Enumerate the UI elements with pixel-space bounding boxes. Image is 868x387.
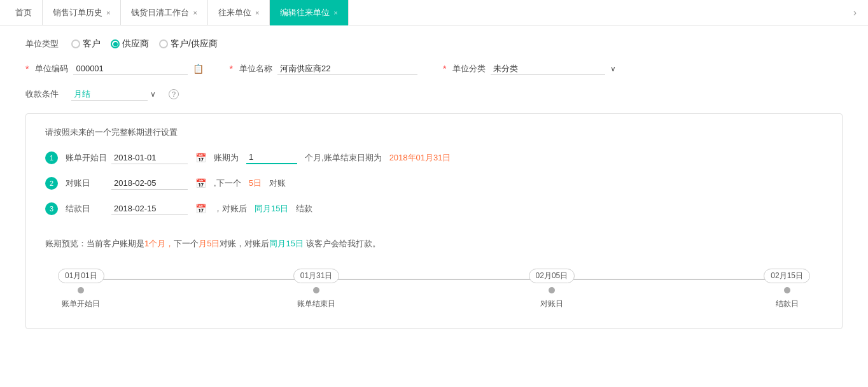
unit-code-star: * [25, 64, 29, 74]
unit-code-input[interactable] [73, 62, 188, 75]
unit-category-label: 单位分类 [452, 63, 486, 74]
timeline-point-label-2: 账单结束日 [297, 299, 335, 309]
reconcile-suffix-prefix: ,下一个 [214, 178, 241, 189]
payment-date-input[interactable] [111, 202, 188, 215]
unit-category-star: * [443, 64, 446, 74]
timeline-label-3: 02月05日 [529, 269, 575, 283]
radio-supplier-circle [111, 39, 120, 48]
preview-suffix: 该客户会给我打款。 [306, 239, 381, 248]
unit-category-chevron-icon[interactable]: ∨ [610, 64, 616, 73]
period-start-calendar-icon[interactable]: 📅 [195, 153, 206, 163]
unit-type-row: 单位类型 客户 供应商 客户/供应商 [25, 38, 843, 50]
unit-name-label: 单位名称 [239, 63, 272, 74]
period-row-3-number: 3 [45, 202, 58, 215]
unit-name-star: * [229, 64, 232, 74]
unit-category-input[interactable] [491, 62, 605, 75]
tab-expand-button[interactable]: › [847, 7, 863, 18]
unit-type-radio-group: 客户 供应商 客户/供应商 [71, 38, 218, 50]
period-row-1-number: 1 [45, 151, 58, 164]
reconcile-date-input[interactable] [111, 177, 188, 190]
payment-suffix-prefix: ，对账后 [214, 203, 247, 215]
radio-customer-supplier-circle [159, 39, 168, 48]
payment-condition-dropdown: ∨ [71, 88, 156, 101]
timeline-label-2: 01月31日 [293, 269, 340, 283]
timeline-dot-4 [784, 287, 790, 293]
preview-day2: 同月15日 [269, 239, 303, 248]
tab-partner-unit-close[interactable]: × [255, 9, 259, 17]
tab-edit-partner-unit[interactable]: 编辑往来单位 × [270, 0, 348, 25]
timeline-point-2: 01月31日 账单结束日 [293, 269, 340, 309]
period-row-1: 1 账单开始日 📅 账期为 个月,账单结束日期为 2018年01月31日 [45, 151, 823, 164]
preview-middle: 下一个 [174, 239, 199, 248]
timeline-label-4: 02月15日 [764, 269, 810, 283]
payment-condition-help-icon[interactable]: ? [169, 89, 179, 99]
tab-sales-order-history[interactable]: 销售订单历史 × [43, 0, 121, 25]
preview-prefix: 账期预览：当前客户账期是 [45, 239, 144, 248]
period-row-3-label: 结款日 [66, 203, 104, 215]
tab-home[interactable]: 首页 [5, 0, 43, 25]
tab-cash-clearing-label: 钱货日清工作台 [131, 7, 189, 18]
radio-customer-circle [71, 39, 80, 48]
preview-section: 账期预览：当前客户账期是1个月，下一个月5日对账，对账后同月15日 该客户会给我… [45, 228, 823, 250]
unit-code-label: 单位编码 [35, 63, 68, 74]
tab-cash-clearing-close[interactable]: × [193, 9, 197, 17]
period-row-3: 3 结款日 📅 ，对账后同月15日结款 [45, 202, 823, 215]
payment-condition-input[interactable] [71, 88, 148, 101]
period-end-date: 2018年01月31日 [389, 152, 451, 164]
radio-supplier-label: 供应商 [122, 38, 149, 50]
tab-edit-partner-unit-close[interactable]: × [333, 9, 337, 17]
unit-code-group: * 单位编码 📋 [25, 62, 204, 75]
payment-calendar-icon[interactable]: 📅 [195, 204, 206, 214]
unit-type-label: 单位类型 [25, 38, 59, 50]
timeline-point-label-3: 对账日 [540, 299, 563, 309]
timeline-point-4: 02月15日 结款日 [764, 269, 810, 309]
tab-partner-unit[interactable]: 往来单位 × [208, 0, 270, 25]
reconcile-suffix-day: 5日 [249, 178, 262, 189]
preview-text1: 对账，对账后 [220, 239, 269, 248]
timeline-point-3: 02月05日 对账日 [529, 269, 575, 309]
period-suffix: 个月,账单结束日期为 [305, 152, 382, 164]
payment-suffix-text: 结款 [296, 203, 312, 215]
payment-condition-chevron-icon[interactable]: ∨ [150, 90, 156, 99]
unit-name-group: * 单位名称 [229, 62, 417, 75]
period-row-1-label: 账单开始日 [66, 152, 104, 164]
preview-period: 1个月， [144, 239, 174, 248]
timeline-container: 01月01日 账单开始日 01月31日 账单结束日 02月05日 对账日 02月… [45, 269, 823, 309]
radio-customer-supplier[interactable]: 客户/供应商 [159, 38, 218, 50]
period-label: 账期为 [214, 152, 239, 164]
tab-bar: 首页 销售订单历史 × 钱货日清工作台 × 往来单位 × 编辑往来单位 × › [0, 0, 868, 25]
timeline-point-label-1: 账单开始日 [62, 299, 100, 309]
radio-customer[interactable]: 客户 [71, 38, 101, 50]
radio-customer-label: 客户 [83, 38, 101, 50]
radio-customer-supplier-label: 客户/供应商 [171, 38, 218, 50]
timeline-point-1: 01月01日 账单开始日 [58, 269, 104, 309]
timeline-label-1: 01月01日 [58, 269, 104, 283]
tab-sales-order-history-close[interactable]: × [106, 9, 110, 17]
timeline-dot-1 [78, 287, 84, 293]
unit-name-input[interactable] [277, 62, 417, 75]
section-title: 请按照未来的一个完整帐期进行设置 [45, 127, 823, 138]
tab-sales-order-history-label: 销售订单历史 [53, 7, 102, 18]
timeline-point-label-4: 结款日 [776, 299, 799, 309]
timeline-points: 01月01日 账单开始日 01月31日 账单结束日 02月05日 对账日 02月… [58, 269, 810, 309]
reconcile-calendar-icon[interactable]: 📅 [195, 178, 206, 188]
tab-cash-clearing[interactable]: 钱货日清工作台 × [121, 0, 207, 25]
period-row-2-label: 对账日 [66, 178, 104, 189]
unit-code-calendar-icon[interactable]: 📋 [193, 64, 204, 74]
period-row-2-number: 2 [45, 177, 58, 190]
radio-supplier[interactable]: 供应商 [111, 38, 149, 50]
period-start-date-input[interactable] [111, 151, 188, 164]
unit-category-group: * 单位分类 ∨ [443, 62, 616, 75]
main-content: 单位类型 客户 供应商 客户/供应商 * 单位编码 📋 * 单位名称 [0, 25, 868, 387]
payment-suffix-day: 同月15日 [255, 203, 288, 215]
tab-edit-partner-unit-label: 编辑往来单位 [280, 7, 330, 18]
tab-home-label: 首页 [15, 7, 32, 18]
timeline-dot-2 [313, 287, 319, 293]
reconcile-suffix-text: 对账 [269, 178, 286, 189]
timeline-dot-3 [549, 287, 555, 293]
unit-info-row: * 单位编码 📋 * 单位名称 * 单位分类 ∨ [25, 62, 843, 75]
payment-condition-label: 收款条件 [25, 88, 59, 100]
payment-condition-row: 收款条件 ∨ ? [25, 88, 843, 101]
period-months-input[interactable] [246, 151, 297, 164]
preview-day1: 月5日 [199, 239, 220, 248]
